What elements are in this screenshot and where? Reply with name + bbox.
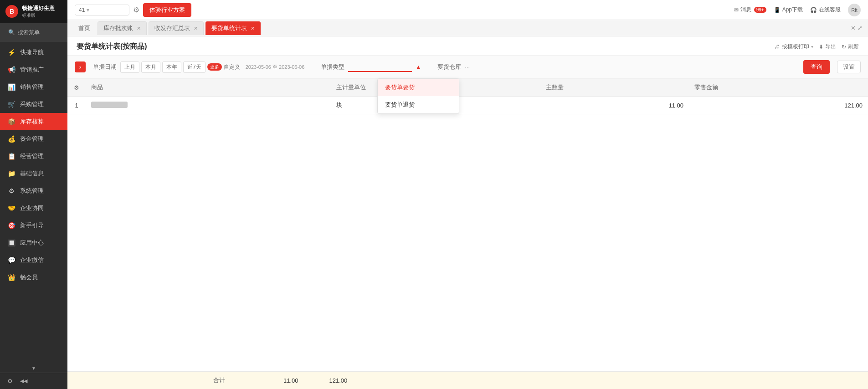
store-dropdown-icon: ▾ <box>87 7 89 13</box>
tab-close-inventory-batch[interactable]: ✕ <box>137 26 141 31</box>
tab-close-order-stats[interactable]: ✕ <box>251 26 255 31</box>
dropdown-item-order-return[interactable]: 要货单退货 <box>378 96 459 113</box>
main-nav: ⚡ 快捷导航 📢 营销推广 📊 销售管理 🛒 采购管理 📦 库存核算 💰 资金管… <box>0 42 67 364</box>
type-select-input[interactable] <box>348 62 412 72</box>
scroll-down-arrow[interactable]: ▼ <box>0 364 67 373</box>
custom-date-btn[interactable]: 自定义 <box>224 63 240 71</box>
settings-icon[interactable]: ⚙ <box>7 378 13 384</box>
headset-icon: 🎧 <box>810 7 817 13</box>
sidebar-item-label: 系统管理 <box>20 187 44 195</box>
finance-icon: 💰 <box>7 135 15 143</box>
sidebar-item-weixin[interactable]: 💬 企业微信 <box>0 251 67 269</box>
footer-total-label: 合计 <box>213 376 225 384</box>
expand-icon[interactable]: ⤢ <box>858 25 863 31</box>
sidebar-item-quick-nav[interactable]: ⚡ 快捷导航 <box>0 44 67 61</box>
refresh-label: 刷新 <box>848 43 859 51</box>
sidebar-item-member[interactable]: 👑 畅会员 <box>0 269 67 286</box>
last-month-btn[interactable]: 上月 <box>120 61 139 73</box>
industry-btn[interactable]: 体验行业方案 <box>143 3 191 17</box>
tab-inventory-batch[interactable]: 库存批次账 ✕ <box>98 21 147 35</box>
dropdown-item-order-goods[interactable]: 要货单要货 <box>378 79 459 96</box>
settings-gear-icon[interactable]: ⚙ <box>133 5 139 14</box>
sidebar-item-label: 基础信息 <box>20 169 44 178</box>
this-month-btn[interactable]: 本月 <box>141 61 160 73</box>
sidebar-item-label: 快捷导航 <box>20 48 44 56</box>
type-dropdown: 要货单要货 要货单退货 <box>377 78 459 114</box>
th-product: 商品 <box>86 79 331 97</box>
print-dropdown-icon: ▾ <box>811 44 813 49</box>
messages-btn[interactable]: ✉ 消息 99+ <box>734 6 766 14</box>
th-settings[interactable]: ⚙ <box>67 79 86 97</box>
page-actions: 🖨 按模板打印 ▾ ⬇ 导出 ↻ 刷新 <box>775 43 859 51</box>
query-btn[interactable]: 查询 <box>803 60 830 74</box>
user-avatar[interactable]: Rit <box>848 4 861 16</box>
store-name: 41 <box>79 7 85 13</box>
tab-receive-send[interactable]: 收发存汇总表 ✕ <box>149 21 204 35</box>
system-icon: ⚙ <box>7 187 15 195</box>
sidebar-item-marketing[interactable]: 📢 营销推广 <box>0 61 67 78</box>
td-index: 1 <box>67 97 86 114</box>
sidebar: B 畅捷通好生意 标准版 🔍 搜索菜单 ⚡ 快捷导航 📢 营销推广 📊 销售管理… <box>0 0 67 389</box>
sidebar-item-label: 采购管理 <box>20 100 44 108</box>
store-selector[interactable]: 41 ▾ <box>75 5 129 15</box>
sidebar-item-appstore[interactable]: 🔲 应用中心 <box>0 234 67 251</box>
app-download-btn[interactable]: 📱 App下载 <box>774 6 803 14</box>
sidebar-item-label: 应用中心 <box>20 239 44 247</box>
messages-label: 消息 <box>740 6 751 14</box>
enterprise-icon: 🤝 <box>7 204 15 212</box>
search-menu-label: 搜索菜单 <box>18 29 40 36</box>
sidebar-item-operations[interactable]: 📋 经营管理 <box>0 148 67 165</box>
sidebar-item-system[interactable]: ⚙ 系统管理 <box>0 182 67 200</box>
quick-nav-icon: ⚡ <box>7 48 15 56</box>
tab-order-stats[interactable]: 要货单统计表 ✕ <box>205 21 261 35</box>
product-name-blurred <box>91 102 128 108</box>
collapse-icon[interactable]: ◀◀ <box>20 378 27 384</box>
weixin-icon: 💬 <box>7 256 15 264</box>
app-download-label: App下载 <box>782 6 803 14</box>
online-service-label: 在线客服 <box>819 6 841 14</box>
logo-icon: B <box>5 5 18 18</box>
operations-icon: 📋 <box>7 152 15 160</box>
sidebar-item-purchase[interactable]: 🛒 采购管理 <box>0 96 67 113</box>
more-date-badge[interactable]: 更多 <box>207 63 222 71</box>
export-label: 导出 <box>825 43 836 51</box>
type-select-arrow-icon[interactable]: ▲ <box>416 64 421 70</box>
this-year-btn[interactable]: 本年 <box>162 61 181 73</box>
print-btn[interactable]: 🖨 按模板打印 ▾ <box>775 43 813 51</box>
footer-quantity: 11.00 <box>283 377 298 384</box>
last-7-days-btn[interactable]: 近7天 <box>183 61 205 73</box>
inventory-icon: 📦 <box>7 118 15 126</box>
marketing-icon: 📢 <box>7 66 15 74</box>
search-icon: 🔍 <box>8 29 15 36</box>
page-container: 要货单统计表(按商品) 🖨 按模板打印 ▾ ⬇ 导出 ↻ 刷新 › <box>67 36 868 389</box>
online-service-btn[interactable]: 🎧 在线客服 <box>810 6 841 14</box>
refresh-btn[interactable]: ↻ 刷新 <box>842 43 859 51</box>
tab-inventory-batch-label: 库存批次账 <box>103 24 133 32</box>
close-all-icon[interactable]: ✕ <box>851 25 856 31</box>
type-filter-group: 单据类型 ▲ <box>321 62 421 72</box>
tab-home[interactable]: 首页 <box>73 21 96 35</box>
warehouse-more-icon[interactable]: ··· <box>465 64 470 71</box>
sidebar-item-enterprise[interactable]: 🤝 企业协同 <box>0 200 67 217</box>
search-menu-btn[interactable]: 🔍 搜索菜单 <box>5 27 63 38</box>
sidebar-item-finance[interactable]: 💰 资金管理 <box>0 130 67 148</box>
warehouse-filter-group: 要货仓库 ··· <box>437 63 470 71</box>
sidebar-item-tutorial[interactable]: 🎯 新手引导 <box>0 217 67 234</box>
logo-text: 畅捷通好生意 标准版 <box>22 5 55 19</box>
sidebar-search[interactable]: 🔍 搜索菜单 <box>0 23 67 42</box>
export-btn[interactable]: ⬇ 导出 <box>819 43 836 51</box>
sales-icon: 📊 <box>7 83 15 91</box>
appstore-icon: 🔲 <box>7 239 15 247</box>
tab-close-receive-send[interactable]: ✕ <box>194 26 198 31</box>
basic-info-icon: 📁 <box>7 169 15 178</box>
sidebar-item-inventory[interactable]: 📦 库存核算 <box>0 113 67 130</box>
type-filter-label: 单据类型 <box>321 63 344 71</box>
filter-settings-btn[interactable]: 设置 <box>837 61 861 73</box>
td-quantity: 11.00 <box>540 97 689 114</box>
sidebar-item-sales[interactable]: 📊 销售管理 <box>0 78 67 96</box>
topbar-left: 41 ▾ ⚙ 体验行业方案 <box>75 3 729 17</box>
warehouse-filter-label: 要货仓库 <box>437 63 461 71</box>
refresh-icon: ↻ <box>842 44 846 50</box>
sidebar-item-basic-info[interactable]: 📁 基础信息 <box>0 165 67 182</box>
filter-toggle-btn[interactable]: › <box>75 61 86 72</box>
